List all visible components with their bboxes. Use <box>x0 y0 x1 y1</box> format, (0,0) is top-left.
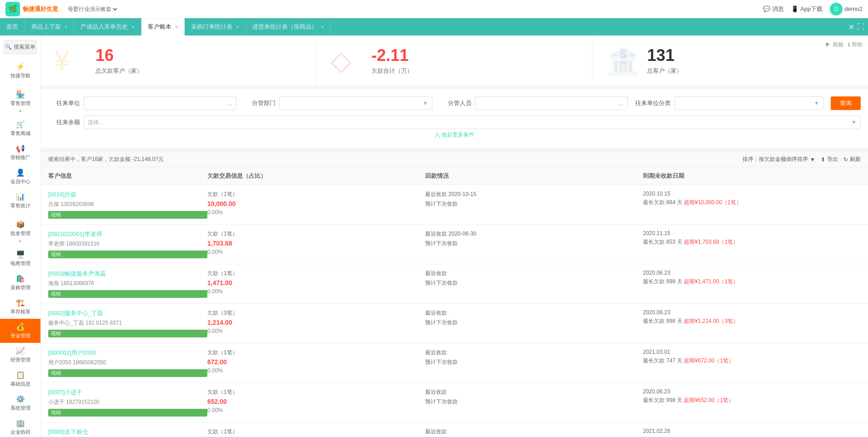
help-btn[interactable]: ℹ 帮助 <box>848 41 863 49</box>
video-btn[interactable]: ▶ 视频 <box>825 41 843 49</box>
sidebar-item-finance[interactable]: 💰 资金管理 <box>0 319 40 343</box>
debt-info-2: 欠款（1笔） 1,471.00 0.00% <box>207 270 425 295</box>
logo-icon: 🌿 <box>5 2 20 16</box>
customer-name-5[interactable]: [0007]小进干 <box>48 388 207 397</box>
overdue-info-0: 2020.10.15 最长欠款 884 天 超期¥10,000.00（1笔） <box>643 191 861 206</box>
filter-unit-class: 往来单位分类 ▼ <box>635 96 823 110</box>
debt-info-3: 欠款（3笔） 1,214.00 0.00% <box>207 309 425 334</box>
tab-inventory-stat[interactable]: 进货单统计表（按商品） × <box>246 18 331 35</box>
operation-icon: 📈 <box>16 347 25 355</box>
overdue-link-4[interactable]: 超期¥672.00（1笔） <box>684 357 734 364</box>
sidebar-item-retail-shop[interactable]: 🛒 零售商城 <box>0 116 40 141</box>
unit-class-label: 往来单位分类 <box>635 99 671 107</box>
stat-info-1: 16 总欠款客户（家） <box>95 46 143 75</box>
overdue-link-1[interactable]: 超期¥1,703.68（1笔） <box>684 239 738 245</box>
customer-name-1[interactable]: [0001020001]李老师 <box>48 230 207 238</box>
sidebar-search-area: 🔍 搜索菜单 <box>0 35 40 59</box>
sidebar-item-operation[interactable]: 📈 经营管理 <box>0 343 40 367</box>
refresh-icon: ↻ <box>843 156 848 163</box>
tab-production-history[interactable]: 产成品入库单历史 × <box>74 18 141 35</box>
customer-contact-4: 用户2050 18665062050 <box>48 359 207 367</box>
debt-ratio-3: 0.00% <box>207 328 425 334</box>
table-row: [0003]畅捷服务尹海蕊 海燕 18513066976 现销 欠款（1笔） 1… <box>41 264 868 304</box>
customer-name-6[interactable]: [0006]去下粮仓 <box>48 428 207 436</box>
from-unit-label: 往来单位 <box>48 99 80 107</box>
customer-tag-3: 现销 <box>48 330 207 337</box>
content-area: ¥ 16 总欠款客户（家） ◇ -2.11 欠款合计（万） 🏦 <box>41 35 868 437</box>
customer-contact-0: 吕俊 13026203696 <box>48 201 207 208</box>
stat-diamond-icon: ◇ <box>331 45 362 76</box>
tab-close-all-icon[interactable]: ✕ <box>848 23 854 31</box>
col-header-due: 到期未收款日期 <box>643 172 861 180</box>
overdue-link-5[interactable]: 超期¥652.00（1笔） <box>684 397 734 403</box>
next-payment-3: 预计下次收款 <box>425 319 643 326</box>
sidebar-item-system[interactable]: ⚙️ 系统管理 <box>0 391 40 415</box>
tab-home[interactable]: 首页 <box>0 18 25 35</box>
table-row: [0006]去下粮仓 陈小希 现销 欠款（1笔） 455.90 0.00% 最近… <box>41 422 868 437</box>
next-payment-1: 预计下次收款 <box>425 240 643 247</box>
app-download-btn[interactable]: 📱 App下载 <box>791 5 823 13</box>
dept-select[interactable]: ▼ <box>279 96 432 110</box>
close-tab-production-history[interactable]: × <box>131 24 134 30</box>
basic-info-icon: 📋 <box>16 371 25 379</box>
sidebar-item-quick-nav[interactable]: ⚡ 快捷导航 <box>0 59 40 83</box>
sidebar-item-enterprise[interactable]: 🏢 企业协同 <box>0 415 40 437</box>
sidebar-item-purchase[interactable]: 🛍️ 采购管理 <box>0 271 40 295</box>
filter-dept: 分管部门 ▼ <box>244 96 432 110</box>
sidebar-item-member[interactable]: 👤 会员中心 <box>0 165 40 189</box>
sidebar-item-ecommerce[interactable]: 🖥️ 电商管理 <box>0 246 40 271</box>
from-unit-input[interactable]: ... <box>84 96 236 110</box>
message-btn[interactable]: 💬 消息 <box>763 5 784 13</box>
payback-info-1: 最近收款 2020-06-30 预计下次收款 <box>425 230 643 247</box>
overdue-info-5: 2020.06.23 最长欠款 998 天 超期¥652.00（1笔） <box>643 388 861 404</box>
debt-count-2: 欠款（1笔） <box>207 270 425 277</box>
table-row: [0007]小进干 小进干 18279152100 现销 欠款（1笔） 652.… <box>41 383 868 422</box>
person-input[interactable]: ... <box>475 96 628 110</box>
search-button[interactable]: 查询 <box>831 96 861 110</box>
close-tab-inventory-stat[interactable]: × <box>321 24 324 30</box>
sort-select[interactable]: 排序：按欠款金额倒序排序 ▼ <box>743 156 815 163</box>
tab-purchase-order[interactable]: 采购订单统计表 × <box>185 18 246 35</box>
export-btn[interactable]: ⬆ 导出 <box>821 156 838 163</box>
store-select[interactable]: 母婴行业演示账套 <box>66 5 119 13</box>
customer-info-5: [0007]小进干 小进干 18279152100 现销 <box>48 388 207 417</box>
marketing-icon: 📢 <box>16 144 25 153</box>
sidebar-item-retail-mgmt[interactable]: 🏪 零售管理 ▲ <box>0 86 40 116</box>
sidebar-item-marketing[interactable]: 📢 营销推广 <box>0 141 40 165</box>
overdue-link-2[interactable]: 超期¥1,471.00（1笔） <box>684 278 738 285</box>
sidebar-item-inventory[interactable]: 🏗️ 库存核算 <box>0 295 40 319</box>
sidebar-item-batch-mgmt[interactable]: 📦 批发管理 ▲ <box>0 216 40 246</box>
close-tab-product-off[interactable]: × <box>65 24 67 30</box>
customer-name-3[interactable]: [0002]服务中心_丁磊 <box>48 309 207 317</box>
remaining-select[interactable]: 选择... ▼ <box>84 116 861 129</box>
member-icon: 👤 <box>16 168 25 177</box>
tab-customer-account[interactable]: 客户账本 × <box>141 18 185 35</box>
overdue-link-3[interactable]: 超期¥1,214.00（3笔） <box>684 318 738 324</box>
sidebar-item-basic-info[interactable]: 📋 基础信息 <box>0 367 40 391</box>
collapse-btn[interactable]: ⋀ 收起更多条件 <box>48 129 861 141</box>
debt-count-1: 欠款（1笔） <box>207 230 425 238</box>
debt-ratio-0: 0.00% <box>207 209 425 216</box>
payback-info-5: 最近收款 预计下次收款 <box>425 388 643 406</box>
sidebar-item-retail-stat[interactable]: 📊 零售统计 <box>0 189 40 213</box>
tab-product-off[interactable]: 商品上下架 × <box>25 18 74 35</box>
stat-label-3: 总客户（家） <box>647 67 682 75</box>
customer-name-0[interactable]: [0016]吕俊 <box>48 191 207 199</box>
overdue-days-5: 最长欠款 998 天 超期¥652.00（1笔） <box>643 397 861 404</box>
due-date-0: 2020.10.15 <box>643 191 861 197</box>
sidebar-search-btn[interactable]: 🔍 搜索菜单 <box>4 40 37 54</box>
overdue-link-0[interactable]: 超期¥10,000.00（1笔） <box>684 199 742 206</box>
overdue-days-4: 最长欠款 747 天 超期¥672.00（1笔） <box>643 357 861 365</box>
customer-name-4[interactable]: [000002]用户2050 <box>48 349 207 357</box>
stat-number-3: 131 <box>647 46 682 65</box>
due-date-6: 2021.02.26 <box>643 428 861 434</box>
refresh-btn[interactable]: ↻ 刷新 <box>843 156 861 163</box>
close-tab-purchase-order[interactable]: × <box>236 24 239 30</box>
customer-name-2[interactable]: [0003]畅捷服务尹海蕊 <box>48 270 207 278</box>
close-tab-customer-account[interactable]: × <box>175 24 178 30</box>
unit-class-select[interactable]: ▼ <box>674 96 823 110</box>
debt-ratio-5: 0.00% <box>207 407 425 413</box>
user-menu[interactable]: D demo2 <box>830 3 863 15</box>
dept-arrow-icon: ▼ <box>423 100 428 106</box>
tab-expand-icon[interactable]: ⛶ <box>857 23 864 31</box>
